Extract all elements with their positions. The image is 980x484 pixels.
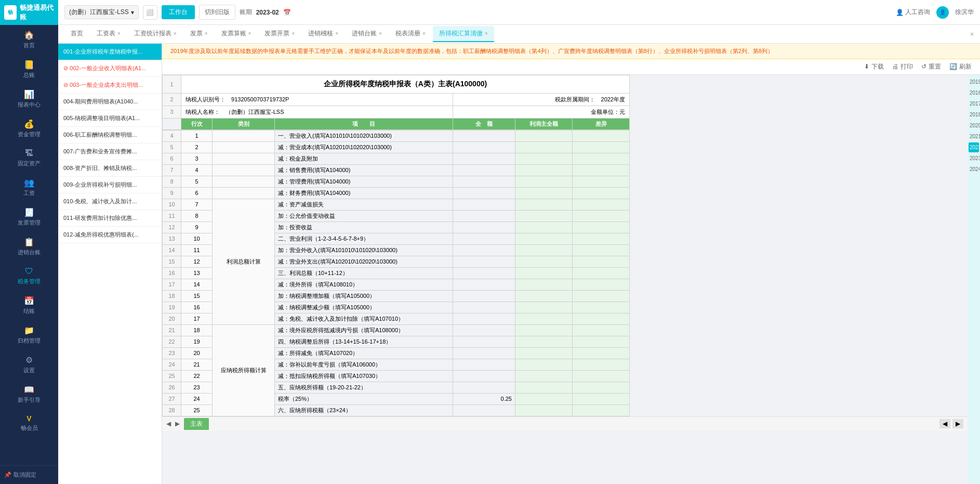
reset-button[interactable]: ↺ 重置 bbox=[921, 62, 941, 71]
tab-payroll[interactable]: 工资表 × bbox=[90, 26, 127, 42]
left-item-003[interactable]: 003-一般企业成本支出明细... bbox=[58, 77, 162, 94]
amount-cell[interactable] bbox=[453, 153, 515, 164]
amount-cell[interactable] bbox=[453, 279, 515, 290]
download-button[interactable]: ⬇ 下载 bbox=[864, 62, 884, 71]
amount-cell[interactable] bbox=[453, 313, 515, 324]
close-icon[interactable]: × bbox=[248, 31, 251, 36]
tab-invoices[interactable]: 发票 × bbox=[184, 26, 214, 42]
close-icon[interactable]: × bbox=[422, 31, 426, 36]
diff-cell bbox=[573, 199, 630, 210]
year-2017[interactable]: 2017 bbox=[969, 99, 979, 109]
close-icon[interactable]: × bbox=[379, 31, 382, 36]
year-2019[interactable]: 2019 bbox=[969, 77, 979, 87]
spreadsheet-area[interactable]: 1 企业所得税年度纳税申报表（A类）主表(A100000) 2 纳税人识别号： … bbox=[162, 75, 968, 485]
year-2023[interactable]: 2023 bbox=[969, 153, 979, 163]
cancel-fixed-btn[interactable]: 📌 取消固定 bbox=[0, 465, 58, 484]
left-item-002[interactable]: 002-一般企业收入明细表(A1... bbox=[58, 60, 162, 77]
amount-cell[interactable] bbox=[453, 302, 515, 313]
left-item-005[interactable]: 005-纳税调整项目明细表(A1... bbox=[58, 110, 162, 127]
amount-cell[interactable] bbox=[453, 256, 515, 267]
left-item-008[interactable]: 008-资产折旧、摊销及纳税... bbox=[58, 160, 162, 177]
amount-cell[interactable] bbox=[453, 359, 515, 370]
close-icon[interactable]: × bbox=[117, 31, 121, 36]
amount-cell[interactable] bbox=[453, 382, 515, 393]
year-2024[interactable]: 2024 bbox=[969, 164, 979, 174]
amount-cell[interactable] bbox=[453, 404, 515, 416]
calendar-icon: 📅 bbox=[283, 9, 291, 16]
tab-payroll-stats[interactable]: 工资统计报表 × bbox=[128, 26, 183, 42]
tab-home[interactable]: 首页 bbox=[64, 26, 89, 42]
print-button[interactable]: 🖨 打印 bbox=[892, 62, 913, 71]
close-icon[interactable]: × bbox=[205, 31, 208, 36]
tab-income-tax[interactable]: 所得税汇算清缴 × bbox=[433, 26, 494, 42]
amount-cell[interactable] bbox=[453, 233, 515, 244]
sidebar-item-payroll[interactable]: 👥 工资 bbox=[0, 173, 58, 202]
company-selector[interactable]: (勿删）江西服宝-LSS ▾ bbox=[64, 5, 139, 19]
tab-sales-ledger[interactable]: 进销台账 × bbox=[346, 26, 388, 42]
refresh-button[interactable]: 🔄 刷新 bbox=[949, 62, 972, 71]
amount-cell[interactable] bbox=[453, 130, 515, 141]
sidebar-item-guide[interactable]: 📖 新手引导 bbox=[0, 380, 58, 409]
tab-tax-clear[interactable]: 税表清册 × bbox=[389, 26, 432, 42]
amount-cell[interactable] bbox=[453, 324, 515, 336]
tab-invoice-open[interactable]: 发票开票 × bbox=[258, 26, 301, 42]
switch-old-button[interactable]: 切到旧版 bbox=[199, 5, 235, 20]
amount-cell[interactable] bbox=[453, 187, 515, 199]
left-item-004[interactable]: 004-期间费用明细表(A1040... bbox=[58, 94, 162, 110]
close-icon[interactable]: × bbox=[292, 31, 295, 36]
ai-consult-btn[interactable]: 👤 人工咨询 bbox=[896, 8, 930, 17]
amount-cell[interactable] bbox=[453, 336, 515, 347]
left-item-010[interactable]: 010-免税、减计收入及加计... bbox=[58, 193, 162, 210]
funds-icon: 💰 bbox=[24, 119, 34, 129]
scroll-right-btn[interactable]: ▶ bbox=[952, 419, 963, 428]
amount-cell[interactable] bbox=[453, 290, 515, 302]
sidebar-item-ledger[interactable]: 📒 总账 bbox=[0, 55, 58, 84]
sidebar-item-reports[interactable]: 📊 报表中心 bbox=[0, 84, 58, 114]
year-2021[interactable]: 2021 bbox=[969, 132, 979, 141]
year-2018[interactable]: 2018 bbox=[969, 110, 979, 120]
year-2016[interactable]: 2016 bbox=[969, 88, 979, 98]
sidebar-item-sales[interactable]: 📋 进销台账 bbox=[0, 232, 58, 261]
amount-cell[interactable] bbox=[453, 176, 515, 187]
left-item-009[interactable]: 009-企业所得税补亏损明细... bbox=[58, 177, 162, 193]
sidebar-item-invoices[interactable]: 🧾 发票管理 bbox=[0, 202, 58, 232]
sidebar-item-tax[interactable]: 🛡 税务管理 bbox=[0, 261, 58, 291]
amount-cell[interactable] bbox=[453, 267, 515, 279]
close-icon[interactable]: × bbox=[335, 31, 338, 36]
year-2020[interactable]: 2020 bbox=[969, 121, 979, 130]
close-icon[interactable]: × bbox=[174, 31, 177, 36]
sheet-tab-btn[interactable]: 主表 bbox=[184, 418, 209, 430]
amount-cell[interactable] bbox=[453, 370, 515, 382]
left-item-001[interactable]: 001-企业所得税年度纳税申报... bbox=[58, 44, 162, 60]
sidebar-item-assets[interactable]: 🏗 固定资产 bbox=[0, 143, 58, 173]
sidebar-item-archive[interactable]: 📁 归档管理 bbox=[0, 320, 58, 350]
amount-cell[interactable] bbox=[453, 164, 515, 176]
sidebar-item-settings[interactable]: ⚙ 设置 bbox=[0, 350, 58, 380]
year-2022[interactable]: 2022 bbox=[969, 142, 979, 152]
left-item-007[interactable]: 007-广告费和业务宣传费摊... bbox=[58, 143, 162, 160]
left-item-006[interactable]: 006-职工薪酬纳税调整明细... bbox=[58, 127, 162, 143]
sidebar-item-home[interactable]: 🏠 首页 bbox=[0, 25, 58, 55]
prev-sheet-btn[interactable]: ◀ bbox=[166, 420, 171, 427]
close-icon[interactable]: × bbox=[485, 31, 488, 36]
tab-sales-audit[interactable]: 进销稽核 × bbox=[302, 26, 345, 42]
left-item-012[interactable]: 012-减免所得税优惠明细表(... bbox=[58, 227, 162, 243]
sidebar-item-member[interactable]: V 畅会员 bbox=[0, 409, 58, 437]
sidebar-item-funds[interactable]: 💰 资金管理 bbox=[0, 114, 58, 143]
amount-cell[interactable] bbox=[453, 347, 515, 359]
left-item-011[interactable]: 011-研发费用加计扣除优惠... bbox=[58, 210, 162, 227]
close-all-tabs[interactable]: × bbox=[970, 31, 974, 38]
work-station-button[interactable]: 工作台 bbox=[162, 5, 195, 19]
amount-cell[interactable] bbox=[453, 244, 515, 256]
amount-cell[interactable]: 0.25 bbox=[453, 393, 515, 404]
amount-cell[interactable] bbox=[453, 210, 515, 221]
data-table: 41一、营业收入(填写A101010\101020\103000)52减：营业成… bbox=[162, 130, 630, 416]
tab-invoice-calc[interactable]: 发票算账 × bbox=[215, 26, 258, 42]
amount-cell[interactable] bbox=[453, 141, 515, 153]
amount-cell[interactable] bbox=[453, 199, 515, 210]
next-sheet-btn[interactable]: ▶ bbox=[175, 420, 180, 427]
amount-cell[interactable] bbox=[453, 221, 515, 233]
copy-icon-btn[interactable]: ⬜ bbox=[143, 5, 157, 20]
scroll-left-btn[interactable]: ◀ bbox=[939, 419, 950, 428]
sidebar-item-close[interactable]: 📅 结账 bbox=[0, 291, 58, 320]
